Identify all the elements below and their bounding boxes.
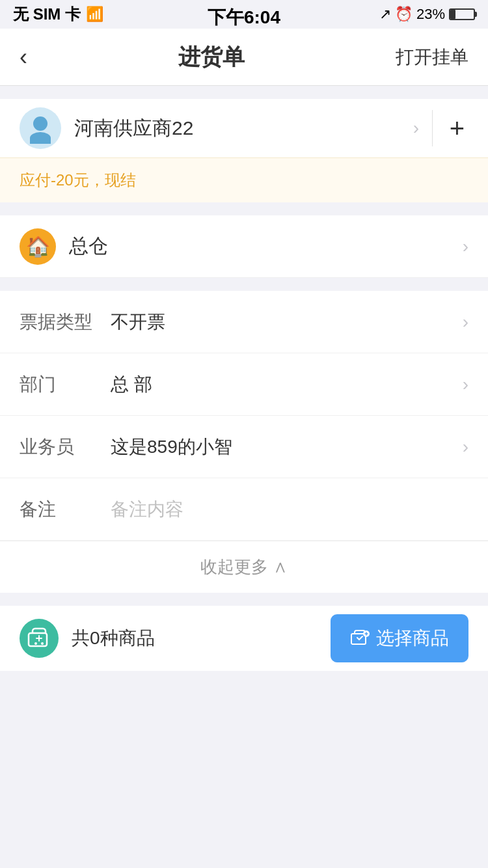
- carrier-label: 无 SIM 卡: [13, 4, 81, 25]
- wifi-icon: 📶: [86, 6, 103, 23]
- supplier-section: 河南供应商22 › + 应付-20元，现结: [0, 99, 488, 202]
- remark-placeholder: 备注内容: [111, 497, 468, 522]
- product-count-label: 共0种商品: [72, 626, 331, 651]
- location-icon: ↗: [379, 6, 391, 23]
- warehouse-row[interactable]: 🏠 总仓 ›: [0, 215, 488, 278]
- remark-row[interactable]: 备注 备注内容: [0, 478, 488, 541]
- status-time: 下午6:04: [208, 5, 280, 30]
- avatar: [20, 107, 61, 149]
- warehouse-label: 总仓: [69, 233, 463, 260]
- avatar-person-icon: [29, 116, 52, 140]
- info-banner: 应付-20元，现结: [0, 157, 488, 202]
- plus-icon: +: [450, 115, 465, 141]
- open-pending-button[interactable]: 打开挂单: [396, 45, 468, 70]
- invoice-type-value: 不开票: [111, 310, 463, 334]
- supplier-name: 河南供应商22: [74, 115, 413, 142]
- page-title: 进货单: [178, 42, 245, 72]
- salesperson-chevron-icon: ›: [463, 437, 468, 457]
- mid-divider: [0, 202, 488, 215]
- warehouse-icon: 🏠: [26, 235, 50, 258]
- svg-point-2: [41, 642, 44, 645]
- form-section: 票据类型 不开票 › 部门 总 部 › 业务员 这是859的小智 › 备注 备注…: [0, 291, 488, 593]
- svg-point-1: [34, 642, 37, 645]
- select-goods-button[interactable]: 选择商品: [331, 614, 468, 662]
- salesperson-row[interactable]: 业务员 这是859的小智 ›: [0, 416, 488, 478]
- cart-icon: [27, 627, 51, 650]
- back-button[interactable]: ‹: [20, 46, 27, 69]
- bottom-bar: 共0种商品 选择商品: [0, 606, 488, 671]
- warehouse-icon-container: 🏠: [20, 228, 56, 265]
- info-banner-text: 应付-20元，现结: [20, 171, 136, 189]
- salesperson-label: 业务员: [20, 435, 111, 459]
- department-label: 部门: [20, 372, 111, 397]
- warehouse-section: 🏠 总仓 ›: [0, 215, 488, 278]
- alarm-icon: ⏰: [395, 6, 413, 23]
- form-divider: [0, 278, 488, 291]
- invoice-type-label: 票据类型: [20, 310, 111, 334]
- svg-rect-0: [29, 633, 47, 646]
- top-divider: [0, 86, 488, 99]
- select-goods-label: 选择商品: [376, 626, 449, 651]
- select-goods-icon: [350, 629, 370, 648]
- remark-label: 备注: [20, 497, 111, 522]
- collapse-button[interactable]: 收起更多 ∧: [0, 541, 488, 593]
- department-row[interactable]: 部门 总 部 ›: [0, 353, 488, 416]
- salesperson-value: 这是859的小智: [111, 435, 463, 459]
- warehouse-chevron-icon: ›: [463, 236, 468, 257]
- supplier-row[interactable]: 河南供应商22 › +: [0, 99, 488, 157]
- supplier-chevron-icon: ›: [413, 118, 419, 139]
- invoice-type-row[interactable]: 票据类型 不开票 ›: [0, 291, 488, 353]
- battery-percent: 23%: [416, 6, 445, 23]
- nav-bar: ‹ 进货单 打开挂单: [0, 29, 488, 86]
- status-bar: 无 SIM 卡 📶 下午6:04 ↗ ⏰ 23%: [0, 0, 488, 29]
- add-supplier-button[interactable]: +: [432, 110, 468, 146]
- status-right: ↗ ⏰ 23%: [379, 6, 475, 23]
- status-left: 无 SIM 卡 📶: [13, 4, 103, 25]
- department-value: 总 部: [111, 372, 463, 397]
- department-chevron-icon: ›: [463, 374, 468, 395]
- collapse-label: 收起更多 ∧: [200, 556, 287, 578]
- invoice-type-chevron-icon: ›: [463, 312, 468, 332]
- product-icon-container: [20, 619, 59, 658]
- rest-area: [0, 671, 488, 853]
- battery-icon: [449, 8, 475, 20]
